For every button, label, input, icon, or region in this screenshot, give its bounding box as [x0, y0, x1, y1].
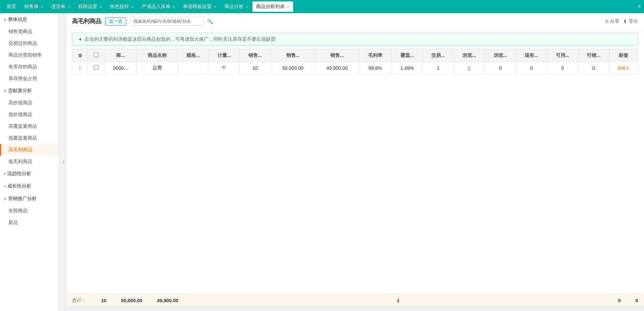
tag-badge: 高收入: [618, 66, 630, 70]
col-header-name[interactable]: 商品名称: [137, 49, 177, 62]
sidebar-item-低覆盖量商品[interactable]: 低覆盖量商品: [0, 132, 58, 144]
content-area: 高毛利商品 近一月 🔍 ⎘ 分享 ⬆ 导出 ✦ 企业的主要的利润都是这部分商品创…: [66, 13, 644, 311]
content-header: 高毛利商品 近一月 🔍 ⎘ 分享 ⬆ 导出: [66, 13, 644, 30]
cell-available: 0: [547, 62, 578, 74]
col-header-trade[interactable]: 交易...: [422, 49, 454, 62]
nav-item-销售单[interactable]: 销售单×: [21, 1, 47, 12]
cell-trade: 1: [422, 62, 454, 74]
nav-item-首页[interactable]: 首页: [3, 1, 20, 12]
col-header-tag[interactable]: 标签: [609, 49, 638, 62]
search-icon[interactable]: 🔍: [207, 19, 213, 24]
col-header-current[interactable]: 现有...: [516, 49, 547, 62]
search-input[interactable]: [130, 17, 204, 26]
cell-sellable: 0: [578, 62, 609, 74]
horizontal-scrollbar[interactable]: [66, 307, 644, 311]
table-container: ⚙商...商品名称规格...计量...销售...销售...销售...毛利率覆盖.…: [66, 49, 644, 294]
cell-code: 0000...: [104, 62, 137, 74]
close-tab-icon[interactable]: ×: [68, 4, 70, 9]
col-header-browse2[interactable]: 浏览...: [485, 49, 516, 62]
sidebar-item-高毛利商品[interactable]: 高毛利商品: [0, 144, 58, 156]
cell-tag: 高收入: [609, 62, 638, 74]
sidebar-group-营销推广分析[interactable]: ∨营销推广分析: [0, 192, 58, 205]
sidebar-item-全部商品[interactable]: 全部商品: [0, 205, 58, 217]
cell-browse2: 0: [485, 62, 516, 74]
col-header-available[interactable]: 可用...: [547, 49, 578, 62]
share-icon: ⎘: [605, 19, 608, 24]
filter-recent-month[interactable]: 近一月: [105, 17, 126, 26]
nav-item-商品分析[interactable]: 商品分析×: [221, 1, 252, 12]
close-tab-icon[interactable]: ×: [41, 4, 43, 9]
select-all-checkbox[interactable]: [94, 53, 98, 57]
page-title: 高毛利商品: [72, 18, 101, 25]
col-header-spec[interactable]: 规格...: [177, 49, 209, 62]
close-tab-icon[interactable]: ×: [100, 4, 102, 9]
notice-bar: ✦ 企业的主要的利润都是这部分商品创造的，可考虑加大推广，同时关注库存是不要出现…: [72, 33, 638, 46]
table-header: ⚙商...商品名称规格...计量...销售...销售...销售...毛利率覆盖.…: [72, 49, 638, 62]
sidebar-group-整体信息[interactable]: ∨整体信息: [0, 13, 58, 26]
cell-spec: [177, 62, 209, 74]
cell-coverage: 1.49%: [392, 62, 423, 74]
cell-name: 运费: [137, 62, 177, 74]
sidebar-item-高价值商品[interactable]: 高价值商品: [0, 97, 58, 109]
nav-close-all[interactable]: ×: [638, 3, 641, 10]
col-header-sales_cost[interactable]: 销售...: [315, 49, 359, 62]
col-header-unit[interactable]: 计量...: [209, 49, 240, 62]
col-header-gross_margin[interactable]: 毛利率: [359, 49, 391, 62]
cell-sales_cost: 49,900.00: [315, 62, 359, 74]
sidebar-item-库存资金占用[interactable]: 库存资金占用: [0, 73, 58, 84]
sidebar-item-低价值商品[interactable]: 低价值商品: [0, 109, 58, 120]
col-header-sellable[interactable]: 可销...: [578, 49, 609, 62]
group-label: 流趋性分析: [7, 170, 31, 177]
top-navigation: 首页销售单×进货单×权限设置×角色授权×产成品入库单×单据模板设置×商品分析×商…: [0, 0, 644, 13]
collapse-icon: 《: [60, 159, 65, 166]
cell-sales_amount: 50,000.00: [271, 62, 315, 74]
sidebar-item-低毛利商品[interactable]: 低毛利商品: [0, 156, 58, 167]
group-label: 成长性分析: [7, 183, 31, 189]
cell-sales_qty: 10: [240, 62, 271, 74]
group-arrow-icon: ∨: [4, 17, 7, 22]
col-header-sales_qty[interactable]: 销售...: [240, 49, 271, 62]
browse-link[interactable]: 0: [468, 65, 471, 71]
group-label: 营销推广分析: [8, 195, 37, 202]
footer-sales-cost: 49,900.00: [157, 298, 178, 303]
sidebar-item-销售类商品[interactable]: 销售类商品: [0, 26, 58, 37]
close-tab-icon[interactable]: ×: [131, 4, 133, 9]
cell-unit: 个: [209, 62, 240, 74]
sidebar-group-流趋性分析[interactable]: >流趋性分析: [0, 167, 58, 180]
cell-setting: 1: [72, 62, 88, 74]
main-container: ∨整体信息销售类商品交易过的商品商品分类助销率有库存的商品库存资金占用∨贡献量分…: [0, 13, 644, 311]
sidebar-toggle[interactable]: 《: [59, 13, 66, 311]
export-icon: ⬆: [623, 19, 627, 24]
sidebar-group-成长性分析[interactable]: >成长性分析: [0, 180, 58, 192]
notice-icon: ✦: [78, 37, 82, 42]
sidebar-item-高覆盖量商品[interactable]: 高覆盖量商品: [0, 120, 58, 132]
close-tab-icon[interactable]: ×: [246, 4, 248, 9]
sidebar-item-交易过的商品[interactable]: 交易过的商品: [0, 37, 58, 49]
sidebar-item-商品分类助销率[interactable]: 商品分类助销率: [0, 49, 58, 61]
nav-item-角色授权[interactable]: 角色授权×: [106, 1, 137, 12]
sidebar-item-新品[interactable]: 新品: [0, 217, 58, 228]
notice-text: 企业的主要的利润都是这部分商品创造的，可考虑加大推广，同时关注库存是不要出现缺货: [84, 36, 276, 43]
nav-item-单据模板设置[interactable]: 单据模板设置×: [179, 1, 220, 12]
group-arrow-icon: >: [4, 184, 6, 188]
row-checkbox[interactable]: [94, 65, 98, 70]
footer-sellable: 0: [636, 298, 638, 303]
nav-item-进货单[interactable]: 进货单×: [47, 1, 73, 12]
sidebar-group-贡献量分析[interactable]: ∨贡献量分析: [0, 84, 58, 97]
nav-item-权限设置[interactable]: 权限设置×: [75, 1, 105, 12]
cell-browse1: 0: [454, 62, 485, 74]
col-header-browse1[interactable]: 浏览...: [454, 49, 485, 62]
share-button[interactable]: ⎘ 分享: [605, 18, 619, 25]
col-header-coverage[interactable]: 覆盖...: [392, 49, 423, 62]
sidebar-item-有库存的商品[interactable]: 有库存的商品: [0, 61, 58, 73]
close-tab-icon[interactable]: ×: [173, 4, 175, 9]
close-tab-icon[interactable]: ×: [214, 4, 216, 9]
table-row: 10000...运费个1050,000.0049,900.0099.8%1.49…: [72, 62, 638, 74]
nav-item-商品分析列表[interactable]: 商品分析列表×: [252, 1, 293, 12]
group-arrow-icon: >: [4, 171, 6, 176]
export-button[interactable]: ⬆ 导出: [623, 18, 638, 25]
settings-icon[interactable]: ⚙: [78, 53, 82, 58]
close-tab-icon[interactable]: ×: [287, 4, 289, 9]
nav-item-产成品入库单[interactable]: 产成品入库单×: [138, 1, 179, 12]
col-header-sales_amount[interactable]: 销售...: [271, 49, 315, 62]
